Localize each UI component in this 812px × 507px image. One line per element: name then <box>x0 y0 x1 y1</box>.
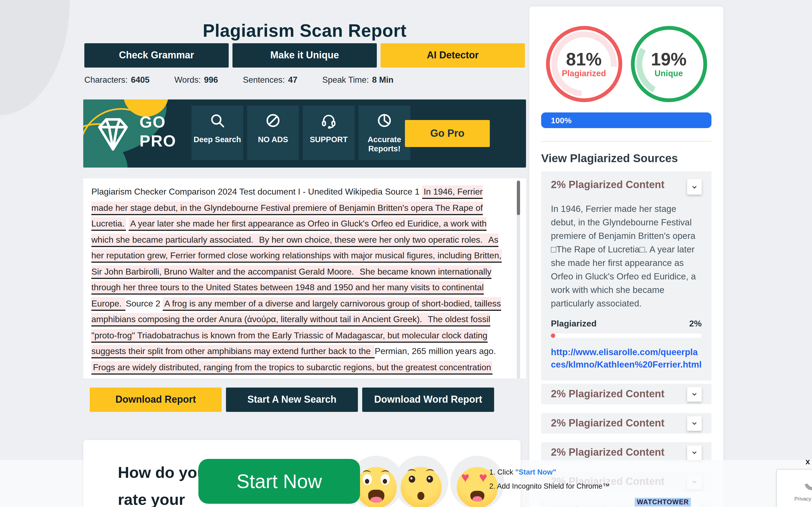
astonished-face-emoji[interactable] <box>400 467 442 507</box>
no-ads-icon <box>265 112 281 135</box>
stat-sentences: Sentences:47 <box>243 75 297 85</box>
highlighted-plagiarized-text: By her own choice, these were her only t… <box>257 233 487 247</box>
scan-progress-bar: 100% <box>541 112 711 128</box>
report-actions: Download ReportStart A New SearchDownloa… <box>90 388 494 412</box>
ad-instruction-1: 1. Click "Start Now" <box>489 468 556 476</box>
unique-gauge: 19% Unique <box>631 26 707 102</box>
chevron-down-icon <box>690 182 699 191</box>
toolbar-button-check-grammar[interactable]: Check Grammar <box>84 43 229 67</box>
download-report-button[interactable]: Download Report <box>90 388 222 412</box>
go-pro-button[interactable]: Go Pro <box>405 120 490 147</box>
source-title: 2% Plagiarized Content <box>551 179 664 191</box>
go-pro-feature-label: Accurate Reports! <box>359 135 410 154</box>
diamond-icon <box>90 114 136 155</box>
go-pro-feature-no-ads: NO ADS <box>247 105 299 160</box>
scrollbar-thumb[interactable] <box>517 180 520 215</box>
stat-words: Words:996 <box>174 75 218 85</box>
score-gauges: 81% Plagiarized 19% Unique <box>529 26 723 102</box>
document-text: Permian, 265 million years ago. <box>375 346 496 356</box>
go-pro-feature-accurate-reports-: Accurate Reports! <box>359 105 410 160</box>
source-meter-fill <box>551 334 555 338</box>
recaptcha-privacy-terms[interactable]: Privacy - Terms <box>777 496 812 502</box>
toolbar-button-ai-detector[interactable]: AI Detector <box>381 43 525 67</box>
source-card-collapsed[interactable]: 2% Plagiarized Content <box>541 413 711 434</box>
page-title: Plagiarism Scan Report <box>83 20 526 41</box>
corner-decoration <box>0 0 70 115</box>
go-pro-feature-label: SUPPORT <box>310 135 347 144</box>
document-text <box>126 219 129 228</box>
document-text: Source 2 <box>126 299 163 308</box>
source-title: 2% Plagiarized Content <box>551 388 664 400</box>
pie-chart-icon <box>376 112 392 135</box>
go-pro-feature-label: NO ADS <box>258 135 288 144</box>
toolbar: Check GrammarMake it UniqueAI Detector <box>84 43 525 67</box>
chevron-down-icon <box>690 390 699 398</box>
source-meter-label: Plagiarized <box>551 319 597 329</box>
stat-characters: Characters:6405 <box>84 75 150 85</box>
plagiarized-percent: 81% <box>566 50 602 68</box>
source-card-collapsed[interactable]: 2% Plagiarized Content <box>541 384 711 404</box>
headset-icon <box>321 112 337 135</box>
go-pro-feature-support: SUPPORT <box>303 105 355 160</box>
toolbar-button-make-it-unique[interactable]: Make it Unique <box>232 43 377 67</box>
source-title: 2% Plagiarized Content <box>551 417 664 429</box>
ad-instruction-2: 2. Add Incognito Shield for Chrome™ <box>489 482 610 490</box>
sources-heading: View Plagiarized Sources <box>541 152 711 165</box>
scrollbar-track[interactable] <box>517 188 520 378</box>
watchtower-logo[interactable]: WATCHTOWER <box>635 498 691 506</box>
expand-source-button[interactable] <box>687 416 702 431</box>
rating-prompt-line2: rate your <box>118 491 185 507</box>
plagiarized-label: Plagiarized <box>562 68 606 78</box>
highlighted-plagiarized-text: Frogs are widely distributed, ranging fr… <box>91 361 493 374</box>
chevron-down-icon <box>690 448 699 457</box>
start-now-button[interactable]: Start Now <box>199 459 360 504</box>
go-pro-banner: GO PRO Deep SearchNO ADSSUPPORTAccurate … <box>83 100 526 168</box>
go-pro-features: Deep SearchNO ADSSUPPORTAccurate Reports… <box>192 105 410 160</box>
start-a-new-search-button[interactable]: Start A New Search <box>226 388 358 412</box>
expand-source-button[interactable] <box>687 445 702 460</box>
stats-row: Characters:6405Words:996Sentences:47Spea… <box>84 75 393 85</box>
collapse-source-button[interactable] <box>687 179 702 194</box>
scanned-document-panel: Plagiarism Checker Comparison 2024 Test … <box>83 178 526 378</box>
source-title: 2% Plagiarized Content <box>551 446 664 458</box>
scanned-document-text: Plagiarism Checker Comparison 2024 Test … <box>91 184 506 375</box>
source-meter-value: 2% <box>689 319 702 329</box>
go-pro-feature-label: Deep Search <box>194 135 241 144</box>
plagiarized-gauge: 81% Plagiarized <box>546 26 622 102</box>
start-now-link-text: "Start Now" <box>515 468 556 476</box>
source-url-link[interactable]: http://www.elisarolle.com/queerplaces/kl… <box>551 346 702 371</box>
download-word-report-button[interactable]: Download Word Report <box>362 388 494 412</box>
document-text: Plagiarism Checker Comparison 2024 Test … <box>91 187 422 196</box>
source-meter-track <box>551 334 702 338</box>
go-pro-feature-deep-search: Deep Search <box>192 105 243 160</box>
unique-percent: 19% <box>651 50 687 68</box>
chevron-down-icon <box>690 419 699 428</box>
source-excerpt: In 1946, Ferrier made her stage debut, i… <box>551 202 702 310</box>
divider <box>541 141 711 142</box>
close-icon[interactable]: x <box>806 457 810 465</box>
search-icon <box>209 112 225 135</box>
recaptcha-icon <box>802 473 812 492</box>
results-sidebar: 81% Plagiarized 19% Unique 100% View Pla… <box>529 6 723 507</box>
expand-source-button[interactable] <box>687 387 702 401</box>
go-pro-logo-text: GO PRO <box>140 112 176 150</box>
excited-face-emoji[interactable] <box>356 467 397 507</box>
unique-label: Unique <box>654 68 683 78</box>
rating-prompt-line1: How do you <box>118 464 207 482</box>
plagiarism-report-page: Plagiarism Scan Report Check GrammarMake… <box>0 0 812 507</box>
source-card-collapsed[interactable]: 2% Plagiarized Content <box>541 442 711 463</box>
stat-speaktime: Speak Time:8 Min <box>322 75 393 85</box>
recaptcha-badge[interactable]: Privacy - Terms <box>776 469 812 507</box>
source-card-expanded: 2% Plagiarized Content In 1946, Ferrier … <box>541 171 711 381</box>
